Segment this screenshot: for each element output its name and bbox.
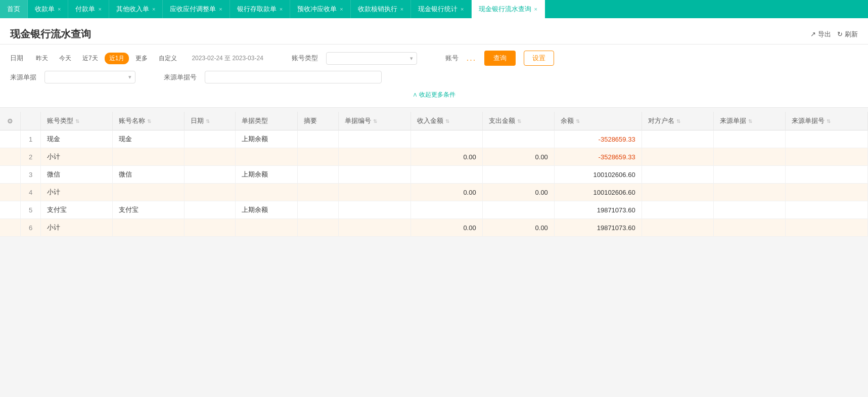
col-header-doc-type: 单据类型 xyxy=(235,112,297,130)
nav-item-cash-bank-stat[interactable]: 现金银行统计× xyxy=(411,0,471,18)
date-option-今天[interactable]: 今天 xyxy=(55,53,76,64)
cell-account-name: 微信 xyxy=(113,166,185,184)
nav-item-collection-exec[interactable]: 收款核销执行× xyxy=(351,0,411,18)
cell-source-doc xyxy=(713,219,785,237)
cell-expense xyxy=(482,201,554,219)
table-row: 4小计0.000.00100102606.60 xyxy=(0,184,868,201)
cell-income xyxy=(410,201,482,219)
query-button[interactable]: 查询 xyxy=(484,51,516,66)
source-doc-num-input[interactable] xyxy=(205,71,382,83)
cell-date xyxy=(185,184,236,201)
col-header-date[interactable]: 日期⇅ xyxy=(185,112,236,130)
cell-account-type: 支付宝 xyxy=(41,201,113,219)
filter-row-2: 来源单据 来源单据号 xyxy=(10,71,858,83)
cell-income xyxy=(410,130,482,148)
nav-item-home[interactable]: 首页 xyxy=(0,0,28,18)
cell-account-type: 小计 xyxy=(41,184,113,201)
date-option-昨天[interactable]: 昨天 xyxy=(31,53,53,64)
export-label: 导出 xyxy=(818,30,831,39)
cell-balance: 19871073.60 xyxy=(554,201,642,219)
col-header-summary: 摘要 xyxy=(297,112,338,130)
sort-icon-expense: ⇅ xyxy=(517,118,521,124)
filter-area: 日期 昨天今天近7天近1月更多自定义 2023-02-24 至 2023-03-… xyxy=(0,45,868,108)
sort-icon-date: ⇅ xyxy=(206,118,210,124)
cell-doc-type xyxy=(235,148,297,166)
date-option-近7天[interactable]: 近7天 xyxy=(78,53,103,64)
source-doc-select[interactable] xyxy=(44,71,135,83)
cell-balance: 100102606.60 xyxy=(554,184,642,201)
nav-close-payment[interactable]: × xyxy=(98,6,101,12)
cell-source-doc-num xyxy=(785,166,867,184)
cell-source-doc-num xyxy=(785,148,867,166)
cell-rownum: 4 xyxy=(21,184,41,201)
export-button[interactable]: ↗ 导出 xyxy=(810,30,831,39)
cell-counter-party xyxy=(642,201,713,219)
cell-rownum: 5 xyxy=(21,201,41,219)
col-header-balance[interactable]: 余额⇅ xyxy=(554,112,642,130)
cell-balance: -3528659.33 xyxy=(554,148,642,166)
cell-expense: 0.00 xyxy=(482,148,554,166)
col-header-income[interactable]: 收入金额⇅ xyxy=(410,112,482,130)
col-header-rownum xyxy=(21,112,41,130)
date-options: 昨天今天近7天近1月更多自定义 xyxy=(31,53,181,64)
sort-icon-account-name: ⇅ xyxy=(147,118,151,124)
col-header-counter-party[interactable]: 对方户名⇅ xyxy=(642,112,713,130)
account-type-select[interactable]: 现金 微信 支付宝 xyxy=(326,52,417,65)
col-header-doc-number[interactable]: 单据编号⇅ xyxy=(339,112,410,130)
cell-source-doc-num xyxy=(785,201,867,219)
date-option-自定义[interactable]: 自定义 xyxy=(154,53,181,64)
date-label: 日期 xyxy=(10,54,23,63)
nav-close-other-income[interactable]: × xyxy=(152,6,155,12)
cell-settings xyxy=(0,130,21,148)
nav-close-advance-offset[interactable]: × xyxy=(340,6,343,12)
cell-counter-party xyxy=(642,148,713,166)
cell-settings xyxy=(0,219,21,237)
nav-item-payment[interactable]: 付款单× xyxy=(68,0,109,18)
cell-counter-party xyxy=(642,184,713,201)
cell-date xyxy=(185,201,236,219)
cell-account-name: 现金 xyxy=(113,130,185,148)
cell-rownum: 2 xyxy=(21,148,41,166)
cell-account-name: 支付宝 xyxy=(113,201,185,219)
date-option-近1月[interactable]: 近1月 xyxy=(105,53,129,64)
header-row: ⚙账号类型⇅账号名称⇅日期⇅单据类型摘要单据编号⇅收入金额⇅支出金额⇅余额⇅对方… xyxy=(0,112,868,130)
account-dots-button[interactable]: ... xyxy=(467,54,476,63)
table-header: ⚙账号类型⇅账号名称⇅日期⇅单据类型摘要单据编号⇅收入金额⇅支出金额⇅余额⇅对方… xyxy=(0,112,868,130)
cell-summary xyxy=(297,148,338,166)
nav-close-bank-deposit[interactable]: × xyxy=(280,6,283,12)
nav-item-other-income[interactable]: 其他收入单× xyxy=(109,0,163,18)
col-header-source-doc[interactable]: 来源单据⇅ xyxy=(713,112,785,130)
sort-icon-balance: ⇅ xyxy=(576,118,580,124)
cell-expense: 0.00 xyxy=(482,184,554,201)
nav-close-collection-exec[interactable]: × xyxy=(400,6,403,12)
date-option-更多[interactable]: 更多 xyxy=(131,53,152,64)
sort-icon-source-doc: ⇅ xyxy=(748,118,752,124)
col-header-account-type[interactable]: 账号类型⇅ xyxy=(41,112,113,130)
source-doc-label: 来源单据 xyxy=(10,73,36,82)
page-header: 现金银行流水查询 ↗ 导出 ↻ 刷新 xyxy=(0,18,868,45)
table-settings-icon[interactable]: ⚙ xyxy=(6,117,14,125)
cell-balance: 100102606.60 xyxy=(554,166,642,184)
nav-close-cash-bank-flow[interactable]: × xyxy=(534,6,537,12)
nav-item-receipt[interactable]: 收款单× xyxy=(28,0,68,18)
col-header-source-doc-num[interactable]: 来源单据号⇅ xyxy=(785,112,867,130)
nav-item-ar-ap-adjust[interactable]: 应收应付调整单× xyxy=(163,0,230,18)
collapse-label: 收起更多条件 xyxy=(419,91,455,98)
cell-settings xyxy=(0,166,21,184)
nav-close-cash-bank-stat[interactable]: × xyxy=(461,6,464,12)
cell-summary xyxy=(297,201,338,219)
table-row: 5支付宝支付宝上期余额19871073.60 xyxy=(0,201,868,219)
collapse-bar[interactable]: ∧ 收起更多条件 xyxy=(10,89,858,101)
header-actions: ↗ 导出 ↻ 刷新 xyxy=(810,30,858,39)
refresh-button[interactable]: ↻ 刷新 xyxy=(837,30,858,39)
nav-close-ar-ap-adjust[interactable]: × xyxy=(219,6,222,12)
col-header-expense[interactable]: 支出金额⇅ xyxy=(482,112,554,130)
nav-item-cash-bank-flow[interactable]: 现金银行流水查询× xyxy=(472,0,545,18)
account-type-select-wrapper: 现金 微信 支付宝 xyxy=(326,52,417,65)
nav-close-receipt[interactable]: × xyxy=(58,6,61,12)
cell-source-doc xyxy=(713,130,785,148)
settings-button[interactable]: 设置 xyxy=(524,51,554,66)
col-header-account-name[interactable]: 账号名称⇅ xyxy=(113,112,185,130)
nav-item-advance-offset[interactable]: 预收冲应收单× xyxy=(290,0,350,18)
nav-item-bank-deposit[interactable]: 银行存取款单× xyxy=(230,0,290,18)
